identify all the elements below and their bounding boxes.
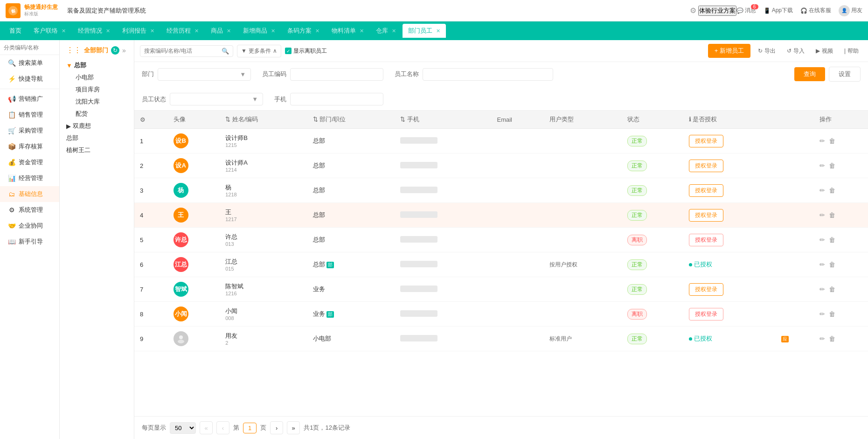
auth-button[interactable]: 授权登录 — [689, 135, 723, 147]
auth-button[interactable]: 授权登录 — [689, 160, 723, 172]
sidebar-search-input[interactable] — [4, 44, 60, 51]
view-button[interactable]: ▶ 视频 — [812, 45, 837, 57]
sidebar-item-inventory[interactable]: 📦 库存核算 — [0, 139, 59, 154]
auth-button[interactable]: 授权登录 — [689, 209, 723, 222]
tab-add-goods[interactable]: 新增商品✕ — [237, 24, 281, 38]
user-area[interactable]: 👤 用友 — [839, 5, 862, 16]
tab-close-icon[interactable]: ✕ — [194, 28, 199, 34]
edit-button[interactable]: ✏ — [819, 137, 825, 145]
message-button[interactable]: 💬 消息 6 — [736, 7, 756, 14]
filter-phone-input[interactable] — [290, 93, 383, 105]
online-service-button[interactable]: 🎧 在线客服 — [800, 7, 831, 14]
tree-node-zongbu[interactable]: 总部 — [63, 132, 130, 144]
collapse-chevrons-icon[interactable]: » — [122, 47, 126, 54]
sidebar-item-basic-info[interactable]: 🗂 基础信息 — [0, 186, 59, 202]
prev-page-button[interactable]: ‹ — [216, 421, 229, 434]
help-button[interactable]: | 帮助 — [840, 45, 862, 57]
delete-button[interactable]: 🗑 — [829, 261, 835, 268]
edit-button[interactable]: ✏ — [819, 335, 825, 342]
delete-button[interactable]: 🗑 — [829, 236, 835, 244]
delete-button[interactable]: 🗑 — [829, 211, 835, 219]
tab-close-icon[interactable]: ✕ — [271, 28, 275, 34]
auth-button[interactable]: 授权登录 — [689, 234, 723, 246]
tab-close-icon[interactable]: ✕ — [150, 28, 154, 34]
dept-collapse-button[interactable]: ↻ — [111, 46, 119, 55]
tab-close-icon[interactable]: ✕ — [62, 28, 66, 34]
tree-node-xiaodian[interactable]: 小电部 — [71, 71, 130, 84]
delete-button[interactable]: 🗑 — [829, 162, 835, 169]
tab-bom[interactable]: 物料清单✕ — [326, 24, 369, 38]
delete-button[interactable]: 🗑 — [829, 335, 835, 342]
auth-button[interactable]: 授权登录 — [689, 184, 723, 197]
tab-close-icon[interactable]: ✕ — [436, 28, 440, 34]
edit-button[interactable]: ✏ — [819, 187, 825, 194]
col-settings[interactable]: ⚙ — [134, 111, 168, 129]
delete-button[interactable]: 🗑 — [829, 137, 835, 145]
filter-name-input[interactable] — [423, 68, 553, 81]
tree-node-shenyang[interactable]: 沈阳大库 — [71, 96, 130, 108]
import-button[interactable]: ↺ 导入 — [783, 45, 808, 57]
tab-profit[interactable]: 利润报告✕ — [117, 24, 160, 38]
tree-node-shuanglu[interactable]: ▶ 双鹿想 — [63, 120, 130, 132]
tab-home[interactable]: 首页 — [4, 24, 27, 38]
show-inactive-toggle[interactable]: ✓ 显示离职员工 — [285, 47, 327, 55]
export-button[interactable]: ↻ 导出 — [754, 45, 779, 57]
tab-department[interactable]: 部门员工✕ — [403, 24, 446, 38]
delete-button[interactable]: 🗑 — [829, 187, 835, 194]
tab-close-icon[interactable]: ✕ — [360, 28, 364, 34]
last-page-button[interactable]: » — [287, 421, 300, 434]
reset-button[interactable]: 设置 — [829, 67, 861, 82]
edit-button[interactable]: ✏ — [819, 162, 825, 169]
tab-goods[interactable]: 商品✕ — [205, 24, 236, 38]
tree-node-delivery[interactable]: 配货 — [71, 108, 130, 120]
tab-close-icon[interactable]: ✕ — [315, 28, 319, 34]
tree-node-project[interactable]: 项目库房 — [71, 84, 130, 96]
tab-history[interactable]: 经营历程✕ — [161, 24, 204, 38]
dept-all-label[interactable]: 全部部门 — [84, 46, 108, 55]
tree-node-headquarters-parent[interactable]: ▼ 总部 — [63, 59, 130, 71]
trial-button[interactable]: 体验行业方案 — [698, 6, 736, 16]
delete-button[interactable]: 🗑 — [829, 286, 835, 293]
query-button[interactable]: 查询 — [794, 67, 825, 81]
col-phone[interactable]: ⇅ 手机 — [395, 111, 491, 129]
filter-dept-select[interactable]: ▼ — [158, 68, 251, 81]
delete-button[interactable]: 🗑 — [829, 310, 835, 318]
sidebar-item-quicknav[interactable]: ⚡ 快捷导航 — [0, 71, 59, 87]
sidebar-item-purchase[interactable]: 🛒 采购管理 — [0, 123, 59, 139]
edit-button[interactable]: ✏ — [819, 286, 825, 293]
search-input[interactable] — [144, 48, 219, 54]
tab-operation[interactable]: 经营情况✕ — [72, 24, 116, 38]
sidebar-item-business[interactable]: 📊 经营管理 — [0, 170, 59, 186]
edit-button[interactable]: ✏ — [819, 310, 825, 318]
tab-warehouse[interactable]: 仓库✕ — [370, 24, 402, 38]
tab-close-icon[interactable]: ✕ — [106, 28, 110, 34]
gear-icon[interactable]: ⚙ — [690, 6, 696, 15]
sidebar-item-marketing[interactable]: 📢 营销推广 — [0, 91, 59, 107]
filter-code-input[interactable] — [290, 68, 383, 81]
col-name[interactable]: ⇅ 姓名/编码 — [220, 111, 307, 129]
more-filter-button[interactable]: ▼ 更多条件 ∧ — [237, 45, 281, 57]
sidebar-item-finance[interactable]: 💰 资金管理 — [0, 154, 59, 170]
col-dept[interactable]: ⇅ 部门/职位 — [307, 111, 395, 129]
settings-icon[interactable]: ⚙ — [140, 116, 146, 123]
next-page-button[interactable]: › — [270, 421, 283, 434]
add-employee-button[interactable]: + 新增员工 — [708, 44, 750, 58]
edit-button[interactable]: ✏ — [819, 261, 825, 268]
tab-customer[interactable]: 客户联络✕ — [28, 24, 71, 38]
tree-node-zhishu[interactable]: 植树王二 — [63, 144, 130, 156]
edit-button[interactable]: ✏ — [819, 236, 825, 244]
sidebar-item-sales[interactable]: 📋 销售管理 — [0, 107, 59, 123]
auth-button[interactable]: 授权登录 — [689, 308, 723, 321]
search-icon[interactable]: 🔍 — [222, 48, 229, 55]
sidebar-item-system[interactable]: ⚙ 系统管理 — [0, 202, 59, 218]
app-download-button[interactable]: 📱 App下载 — [764, 7, 793, 14]
sidebar-item-collab[interactable]: 🤝 企业协同 — [0, 218, 59, 234]
auth-button[interactable]: 授权登录 — [689, 283, 723, 296]
edit-button[interactable]: ✏ — [819, 211, 825, 219]
tab-barcode[interactable]: 条码方案✕ — [282, 24, 325, 38]
filter-status-select[interactable]: ▼ — [170, 93, 263, 105]
tab-close-icon[interactable]: ✕ — [227, 28, 231, 34]
tab-close-icon[interactable]: ✕ — [392, 28, 396, 34]
sidebar-item-search[interactable]: 🔍 搜索菜单 — [0, 55, 59, 71]
first-page-button[interactable]: « — [200, 421, 213, 434]
